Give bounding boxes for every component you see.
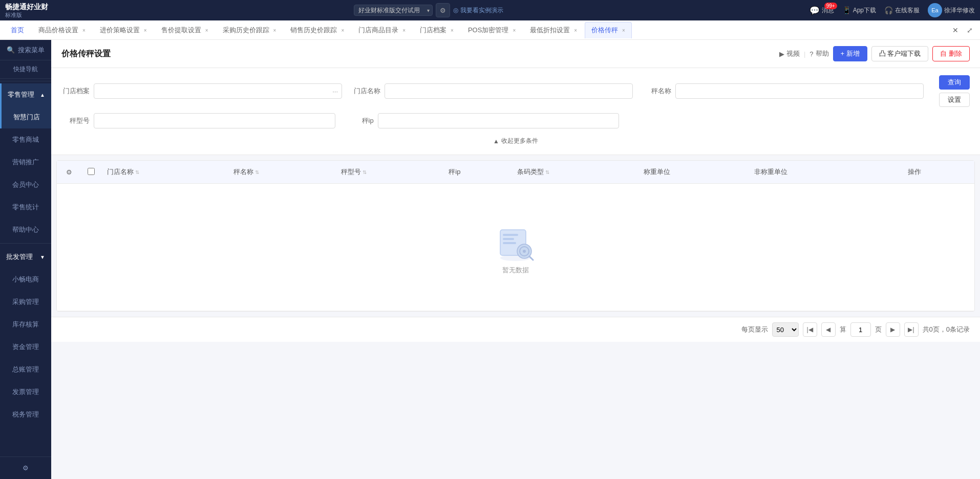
sidebar-item-general-ledger[interactable]: 总账管理 <box>0 358 51 381</box>
video-link[interactable]: ▶ 视频 <box>779 49 800 58</box>
filter-scale-type-input[interactable] <box>94 113 335 128</box>
sidebar-item-member-center[interactable]: 会员中心 <box>0 173 51 196</box>
filter-store-file-input[interactable] <box>94 83 342 99</box>
query-button[interactable]: 查询 <box>939 75 970 90</box>
table-header-row: ⚙ 门店名称 ⇅ 秤名称 <box>57 161 974 184</box>
online-service-button[interactable]: 🎧 在线客服 <box>884 6 920 15</box>
sidebar-item-smart-store[interactable]: 智慧门店 <box>0 106 51 128</box>
demo-link[interactable]: ◎ 我要看实例演示 <box>453 6 503 15</box>
prev-page-button[interactable]: ◀ <box>821 322 836 337</box>
filter-store-name-label: 门店名称 <box>352 86 380 96</box>
svg-point-8 <box>523 250 526 253</box>
maximize-tab-button[interactable]: ⤢ <box>964 24 976 36</box>
sort-scale-type-icon[interactable]: ⇅ <box>363 169 367 175</box>
sidebar-item-inventory[interactable]: 库存核算 <box>0 313 51 336</box>
sidebar: 🔍 搜索菜单 快捷导航 零售管理 ▲ 智慧门店 零售商城 营销推广 会员中心 零… <box>0 40 51 479</box>
filter-scale-name-label: 秤名称 <box>643 86 671 96</box>
user-menu[interactable]: Ea 徐泽华修改 <box>928 3 975 17</box>
add-button[interactable]: + 新增 <box>833 46 867 61</box>
sidebar-item-help-center[interactable]: 帮助中心 <box>0 219 51 241</box>
top-bar-left: 畅捷通好业财 标准版 <box>5 2 48 18</box>
search-menu[interactable]: 🔍 搜索菜单 <box>0 40 51 60</box>
sidebar-item-retail-stats[interactable]: 零售统计 <box>0 196 51 219</box>
tab-min-discount[interactable]: 最低折扣设置 × <box>523 22 584 38</box>
filter-scale-ip-label: 秤ip <box>346 116 374 125</box>
settings-query-button[interactable]: 设置 <box>939 93 970 107</box>
sidebar-item-wholesale[interactable]: 批发管理 ▼ <box>0 246 51 268</box>
tab-close-goods-price[interactable]: × <box>82 28 86 33</box>
download-button[interactable]: 凸 客户端下载 <box>871 46 929 61</box>
pagination: 每页显示 50 10 20 100 |◀ ◀ 算 页 ▶ ▶| 共0页，0条记录 <box>51 317 980 342</box>
sidebar-settings-button[interactable]: ⚙ <box>0 456 51 479</box>
delete-button[interactable]: 自 删除 <box>932 46 970 61</box>
tab-close-sale-price[interactable]: × <box>205 28 208 33</box>
total-info: 共0页，0条记录 <box>923 325 970 334</box>
empty-cell: 暂无数据 <box>57 184 974 311</box>
tab-store-catalog[interactable]: 门店商品目录 × <box>352 22 412 38</box>
collapse-row: ▲ 收起更多条件 <box>61 135 970 147</box>
data-table: ⚙ 门店名称 ⇅ 秤名称 <box>57 161 974 311</box>
version-select-wrapper[interactable]: 好业财标准版交付试用 <box>354 5 433 16</box>
tab-close-purchase-history[interactable]: × <box>273 28 276 33</box>
close-tab-button[interactable]: ✕ <box>949 24 962 36</box>
message-button[interactable]: 💬 消息 99+ <box>809 6 834 15</box>
page-header: 价格传秤设置 ▶ 视频 | ? 帮助 + 新增 凸 客户端下载 自 <box>51 40 980 68</box>
sidebar-item-marketing[interactable]: 营销推广 <box>0 151 51 173</box>
next-page-button[interactable]: ▶ <box>886 322 900 337</box>
tab-purchase-history[interactable]: 采购历史价跟踪 × <box>216 22 283 38</box>
filter-store-file-dots-icon[interactable]: ··· <box>332 88 338 95</box>
col-weight-unit-header: 称重单位 <box>637 161 748 184</box>
help-link[interactable]: ? 帮助 <box>809 49 828 58</box>
tab-close-min-discount[interactable]: × <box>574 28 577 33</box>
sidebar-item-purchase[interactable]: 采购管理 <box>0 291 51 313</box>
tab-close-store-file[interactable]: × <box>451 28 454 33</box>
sidebar-item-finance[interactable]: 资金管理 <box>0 336 51 358</box>
sort-scale-name-icon[interactable]: ⇅ <box>255 169 259 175</box>
tab-pos-security[interactable]: POS加密管理 × <box>461 22 522 38</box>
version-select[interactable]: 好业财标准版交付试用 <box>354 5 433 16</box>
sort-barcode-type-icon[interactable]: ⇅ <box>545 169 549 175</box>
tab-close-purchase-strategy[interactable]: × <box>144 28 147 33</box>
sidebar-item-tax[interactable]: 税务管理 <box>0 403 51 426</box>
col-scale-ip-header: 秤ip <box>442 161 511 184</box>
empty-state: 暂无数据 <box>63 189 968 306</box>
col-scale-name-header: 秤名称 ⇅ <box>227 161 335 184</box>
tab-goods-price[interactable]: 商品价格设置 × <box>32 22 92 38</box>
tab-purchase-strategy[interactable]: 进价策略设置 × <box>93 22 154 38</box>
quick-nav[interactable]: 快捷导航 <box>0 60 51 79</box>
filter-scale-ip-input[interactable] <box>378 113 620 128</box>
table-header: ⚙ 门店名称 ⇅ 秤名称 <box>57 161 974 184</box>
tab-close-pos-security[interactable]: × <box>513 28 516 33</box>
sidebar-item-invoice[interactable]: 发票管理 <box>0 381 51 403</box>
tab-price-transfer[interactable]: 价格传秤 × <box>585 22 632 38</box>
filter-scale-type: 秤型号 <box>61 113 335 128</box>
sidebar-item-retail-management[interactable]: 零售管理 ▲ <box>0 83 51 106</box>
tab-close-sales-history[interactable]: × <box>341 28 344 33</box>
filter-store-file-label: 门店档案 <box>61 86 90 96</box>
select-all-checkbox[interactable] <box>88 168 95 175</box>
filter-store-name-input[interactable] <box>385 83 633 99</box>
tab-sale-price[interactable]: 售价提取设置 × <box>155 22 215 38</box>
col-store-name-header: 门店名称 ⇅ <box>101 161 227 184</box>
page-number-input[interactable] <box>850 322 871 337</box>
collapse-button[interactable]: ▲ 收起更多条件 <box>493 137 538 145</box>
sort-store-name-icon[interactable]: ⇅ <box>135 169 139 175</box>
tab-close-store-catalog[interactable]: × <box>402 28 406 33</box>
filter-scale-name-input[interactable] <box>675 83 924 99</box>
tab-store-file[interactable]: 门店档案 × <box>413 22 460 38</box>
tab-home[interactable]: 首页 <box>4 22 31 38</box>
col-non-weight-unit-header: 非称重单位 <box>748 161 902 184</box>
table-settings-icon[interactable]: ⚙ <box>63 166 75 178</box>
page-label2: 页 <box>875 325 882 334</box>
tab-sales-history[interactable]: 销售历史价跟踪 × <box>284 22 351 38</box>
first-page-button[interactable]: |◀ <box>803 322 817 337</box>
last-page-button[interactable]: ▶| <box>904 322 919 337</box>
page-size-select[interactable]: 50 10 20 100 <box>772 322 799 337</box>
svg-rect-2 <box>503 234 518 236</box>
sidebar-item-retail-mall[interactable]: 零售商城 <box>0 128 51 151</box>
app-download-button[interactable]: 📱 App下载 <box>842 6 876 15</box>
sidebar-item-xiao-chang[interactable]: 小畅电商 <box>0 268 51 291</box>
tab-close-price-transfer[interactable]: × <box>622 28 625 33</box>
filter-scale-ip: 秤ip <box>346 113 620 128</box>
version-settings-button[interactable]: ⚙ <box>436 3 450 17</box>
